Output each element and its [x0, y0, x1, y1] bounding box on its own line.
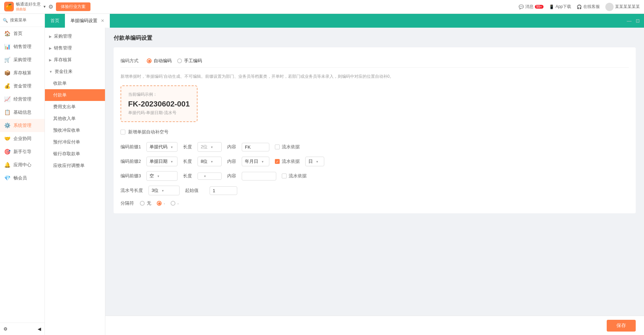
waterfall2-unit-select[interactable]: 日 ▾: [305, 157, 324, 166]
sidebar-item-label: 库存核算: [13, 70, 31, 76]
manual-encode-radio[interactable]: [177, 58, 182, 63]
sep-dash-radio[interactable]: [171, 201, 175, 206]
messages-btn[interactable]: 💬 消息 99+: [519, 4, 544, 10]
message-icon: 💬: [519, 4, 524, 9]
username: 某某某某某某: [615, 4, 640, 10]
avatar: [605, 3, 614, 11]
content3-input[interactable]: [242, 172, 276, 180]
operations-icon: 📈: [4, 96, 11, 102]
content2-select[interactable]: 年月日 ▾: [242, 157, 269, 166]
length3-select[interactable]: ▾: [198, 173, 222, 180]
sub-menu-item-other-income[interactable]: 其他收入单: [45, 113, 105, 124]
content3-label: 内容: [227, 173, 236, 179]
tab-home[interactable]: 首页: [45, 14, 65, 28]
sub-menu-item-receipt[interactable]: 收款单: [45, 77, 105, 89]
collapse-icon[interactable]: ◀: [38, 326, 41, 332]
dropdown-icon[interactable]: ▾: [44, 4, 46, 9]
prefix3-select[interactable]: 空 ▾: [146, 171, 177, 181]
sidebar-item-operations[interactable]: 📈 经营管理: [0, 93, 45, 106]
sidebar-item-membership[interactable]: 💎 畅会员: [0, 171, 45, 185]
sub-menu-header-purchase[interactable]: ▶ 采购管理: [45, 30, 105, 42]
sidebar-item-guide[interactable]: 🎯 新手引导: [0, 145, 45, 158]
system-icon: ⚙️: [4, 122, 11, 129]
trial-button[interactable]: 体验行业方案: [56, 2, 90, 11]
sep-dot-option[interactable]: ·: [157, 201, 165, 206]
sidebar: 🔍 搜索菜单 🏠 首页 📊 销售管理 🛒 采购管理 📦 库存核算 💰 资金管理 …: [0, 14, 45, 335]
encode-method-row: 编码方式 自动编码: [121, 54, 629, 68]
prefix2-label: 编码前缀2: [121, 158, 141, 165]
sep-none-option[interactable]: 无: [140, 200, 151, 206]
save-button[interactable]: 保存: [607, 320, 636, 332]
separator-options: 无 ·: [140, 200, 179, 206]
top-bar: 🍊 畅通道好生意 插曲版 ▾ ⚙ 体验行业方案 💬 消息 99+ 📱 App下载…: [0, 0, 644, 14]
main-layout: 🔍 搜索菜单 🏠 首页 📊 销售管理 🛒 采购管理 📦 库存核算 💰 资金管理 …: [0, 14, 644, 335]
waterfall1-checkbox[interactable]: [275, 145, 280, 149]
waterfall1-check: 流水依据: [275, 144, 300, 150]
sidebar-item-system[interactable]: ⚙️ 系统管理: [0, 119, 45, 132]
maximize-icon[interactable]: ⊡: [636, 18, 640, 24]
sidebar-item-sales[interactable]: 📊 销售管理: [0, 40, 45, 53]
auto-encode-option[interactable]: 自动编码: [147, 58, 172, 64]
waterfall3-checkbox[interactable]: [282, 174, 287, 178]
length1-value: 2位: [201, 144, 208, 150]
auto-fill-checkbox[interactable]: [121, 130, 125, 134]
basic-info-icon: 📋: [4, 109, 11, 115]
tab-home-label: 首页: [50, 18, 59, 24]
sub-menu-item-bank[interactable]: 银行存取款单: [45, 148, 105, 160]
prefix1-select[interactable]: 单据代码 ▾: [146, 142, 177, 152]
sidebar-item-label: 新手引导: [13, 149, 31, 155]
sub-menu-header-sales[interactable]: ▶ 销售管理: [45, 42, 105, 54]
tab-encode-settings[interactable]: 单据编码设置 ✕: [65, 14, 110, 28]
manual-encode-option[interactable]: 手工编码: [177, 58, 202, 64]
main-content: 付款单编码设置 编码方式 自动编码: [105, 28, 644, 316]
settings-card: 编码方式 自动编码: [114, 47, 636, 213]
sub-menu-item-payment[interactable]: 付款单: [45, 89, 105, 101]
serial-row: 流水号长度 3位 ▾ 起始值: [121, 186, 629, 195]
sub-menu-header-stock[interactable]: ▶ 库存核算: [45, 54, 105, 66]
sidebar-item-purchase[interactable]: 🛒 采购管理: [0, 53, 45, 66]
user-section[interactable]: 某某某某某某: [605, 3, 640, 11]
app-icon: 📱: [549, 4, 554, 9]
encode-method-options: 自动编码 手工编码: [147, 58, 202, 64]
sub-menu-purchase-label: 采购管理: [54, 33, 72, 39]
sidebar-search[interactable]: 🔍 搜索菜单: [0, 14, 45, 27]
tab-close-icon[interactable]: ✕: [101, 18, 104, 23]
search-icon: 🔍: [3, 18, 8, 23]
start-value-input[interactable]: [210, 186, 237, 195]
sidebar-item-enterprise[interactable]: 🤝 企业协同: [0, 132, 45, 145]
sub-menu-item-prepaid-recv[interactable]: 预收冲应收单: [45, 124, 105, 136]
sep-dot-radio[interactable]: [157, 201, 162, 206]
sep-none-label: 无: [147, 200, 151, 206]
sep-dot-label: ·: [164, 201, 165, 206]
sidebar-item-finance[interactable]: 💰 资金管理: [0, 80, 45, 93]
settings-bottom-icon[interactable]: ⚙: [3, 326, 8, 332]
sep-dash-option[interactable]: ·: [171, 201, 179, 206]
sub-menu-item-expense[interactable]: 费用支出单: [45, 101, 105, 113]
sub-menu-item-prepaid-pay[interactable]: 预付冲应付单: [45, 136, 105, 148]
minimize-icon[interactable]: —: [627, 18, 632, 24]
sidebar-item-inventory[interactable]: 📦 库存核算: [0, 66, 45, 80]
preview-code: FK-20230602-001: [128, 100, 190, 109]
auto-encode-radio[interactable]: [147, 58, 152, 63]
waterfall2-checkbox[interactable]: ✓: [275, 159, 280, 164]
sidebar-item-home[interactable]: 🏠 首页: [0, 27, 45, 40]
content-wrapper: 首页 单据编码设置 ✕ — ⊡ ▶ 采购管理: [45, 14, 644, 335]
content2-value: 年月日: [245, 158, 258, 165]
content1-input[interactable]: [242, 143, 269, 151]
sub-menu-item-adjustment[interactable]: 应收应付调整单: [45, 160, 105, 171]
sidebar-item-basic-info[interactable]: 📋 基础信息: [0, 106, 45, 119]
sidebar-item-app-center[interactable]: 🔔 应用中心: [0, 158, 45, 171]
sub-menu-header-funds[interactable]: ▼ 资金往来: [45, 66, 105, 77]
brand-text-block: 畅通道好生意 插曲版: [16, 2, 41, 11]
sep-none-radio[interactable]: [140, 201, 145, 206]
prefix2-select[interactable]: 单据日期 ▾: [146, 157, 177, 166]
sidebar-item-label: 畅会员: [13, 175, 27, 181]
chevron-down-icon: ▾: [157, 174, 159, 178]
serial-length-select[interactable]: 3位 ▾: [148, 186, 180, 195]
prefix2-row: 编码前缀2 单据日期 ▾ 长度 8位 ▾ 内容: [121, 157, 629, 166]
app-download-btn[interactable]: 📱 App下载: [549, 4, 571, 10]
online-service-btn[interactable]: 🎧 在线客服: [577, 4, 600, 10]
length1-select[interactable]: 2位 ▾: [198, 142, 222, 152]
length2-select[interactable]: 8位 ▾: [198, 157, 222, 166]
settings-icon[interactable]: ⚙: [48, 3, 53, 10]
